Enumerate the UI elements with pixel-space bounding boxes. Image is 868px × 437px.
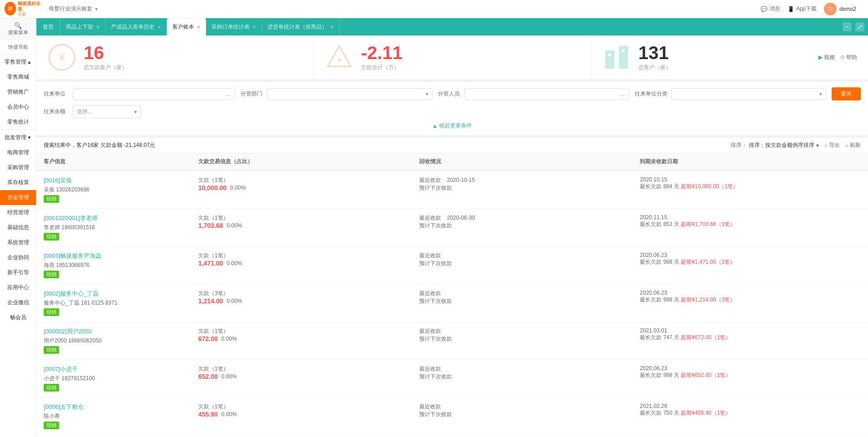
sidebar-item-system[interactable]: 系统管理 [0,235,36,250]
overdue-link[interactable]: 超期¥455.90（1笔） [681,410,731,416]
close-icon[interactable]: ✕ [252,25,256,30]
sidebar-item-enterprise[interactable]: 企业协同 [0,250,36,265]
app-download-btn[interactable]: 📱 App下载 [788,5,817,13]
customer-tag: 现销 [44,195,59,203]
results-summary: 搜索结果中，客户16家 欠款金额 -21,148.07元 [44,141,155,149]
sidebar-item-purchase[interactable]: 采购管理 [0,160,36,175]
tab-purchase-order[interactable]: 采购订单统计表 ✕ [206,18,262,35]
customer-name[interactable]: [0006]去下粮仓 [44,403,198,411]
sidebar-item-retail-shop[interactable]: 零售商城 [0,70,36,85]
sort-select[interactable]: 排序： 排序：按欠款金额倒序排序 ▾ [731,141,819,149]
sidebar-item-vip[interactable]: 畅会员 [0,310,36,325]
customer-name[interactable]: [000002]用户2050 [44,327,198,336]
balance-select[interactable]: 选择... ▾ [73,105,141,118]
collapse-btn[interactable]: ▲ 收起更多条件 [44,122,861,130]
overdue-link[interactable]: 超期¥672.00（1笔） [681,334,731,341]
industry-selector[interactable]: 母婴行业演示账套 ▾ [41,5,105,13]
debt-amount[interactable]: 652.00 [198,373,218,380]
overdue-link[interactable]: 超期¥1,703.68（1笔） [681,221,735,227]
debt-ratio: 0.00% [221,336,237,342]
overdue-link[interactable]: 超期¥1,214.00（3笔） [681,296,735,303]
chevron-down-icon: ▾ [95,6,98,12]
sidebar-item-marketing[interactable]: 营销推广 [0,85,36,100]
customer-tag: 现销 [44,346,59,354]
avatar[interactable]: D demo2 [824,3,856,15]
customer-name[interactable]: [0016]吴俊 [44,176,198,185]
table-header: 客户信息 欠款交易信息（占比） 回收情况 到期未收款日期 [36,153,868,171]
tab-home[interactable]: 首页 [36,18,60,35]
debt-amount-label: 欠款合计（万） [361,64,402,71]
overdue-link[interactable]: 超期¥652.00（1笔） [681,372,731,378]
sidebar-item-finance[interactable]: 资金管理 [0,190,36,205]
due-date: 2020.06.23 [640,290,861,296]
sidebar-item-basic-info[interactable]: 基础信息 [0,220,36,235]
tab-maximize-btn[interactable]: ⤢ [855,22,864,31]
dept-select[interactable]: ▾ [267,88,432,100]
person-input[interactable]: ... [464,88,629,100]
debt-customers-number: 16 [84,44,127,62]
debt-amount[interactable]: 455.90 [198,411,218,418]
tab-product-history[interactable]: 产成品入库单历史 ✕ [105,18,167,35]
latest-payment: 最近收款 [419,327,640,335]
search-menu[interactable]: 🔍 搜索菜单 [0,18,36,40]
overdue-link[interactable]: 超期¥10,000.00（1笔） [681,183,738,190]
debt-customers-label: 总欠款客户（家） [84,64,127,71]
customer-contact: 海燕 18513066976 [44,261,198,269]
tab-purchase-stats[interactable]: 进货单统计表（按商品） ✕ [262,18,340,35]
vendor-input[interactable]: ... [73,88,235,100]
quick-nav[interactable]: 快捷导航 [0,40,36,55]
debt-amount[interactable]: 1,471.00 [198,260,223,267]
sidebar-item-batch-mgmt[interactable]: 批发管理▼ [0,130,36,145]
view-btn[interactable]: ▶ 视频 [818,54,835,61]
debt-amount[interactable]: 1,703.68 [198,222,223,229]
help-btn[interactable]: ⊙ 帮助 [840,54,857,61]
customer-name[interactable]: [0001020001]李老师 [44,214,198,222]
due-date: 2020.06.23 [640,252,861,258]
customer-name[interactable]: [0007]小进干 [44,365,198,373]
svg-text:✦: ✦ [336,56,342,64]
tab-minimize-btn[interactable]: － [843,22,852,31]
close-icon[interactable]: ✕ [157,25,161,30]
customer-contact: 陈小希 [44,412,198,420]
tab-product-offline[interactable]: 商品上下架 ✕ [60,18,105,35]
sidebar-item-inventory[interactable]: 库存核算 [0,175,36,190]
refresh-btn[interactable]: ○ 刷新 [845,141,861,149]
table: 客户信息 欠款交易信息（占比） 回收情况 到期未收款日期 [0016]吴俊 吴俊… [36,153,868,437]
customer-tag: 现销 [44,384,59,392]
refresh-icon: ○ [845,142,848,149]
vendor-category-select[interactable]: ▾ [671,88,826,100]
chevron-up-icon: ▲ [432,123,438,129]
search-button[interactable]: 查询 [832,87,861,100]
sidebar-item-wechat[interactable]: 企业微信 [0,295,36,310]
sidebar: 🔍 搜索菜单 快捷导航 零售管理▲ 零售商城 营销推广 会员中心 零售统计 批发… [0,18,36,437]
close-icon[interactable]: ✕ [96,25,100,30]
export-btn[interactable]: ○ 导出 [824,141,840,149]
sidebar-item-retail-mgmt[interactable]: 零售管理▲ [0,55,36,70]
debt-amount-number: -2.11 [361,44,402,62]
sidebar-item-app-center[interactable]: 应用中心 [0,280,36,295]
customer-name[interactable]: [0002]服务中心_丁磊 [44,290,198,298]
page-content: ¥ 16 总欠款客户（家） ✦ -2.11 欠款合计（万） [36,35,868,437]
help-icon: ⊙ [840,54,845,60]
customer-name[interactable]: [0003]畅捷服务尹海蕊 [44,252,198,260]
debt-amount[interactable]: 1,214.00 [198,297,223,305]
sidebar-item-guide[interactable]: 新手引导 [0,265,36,280]
tab-customer-account[interactable]: 客户账本 ✕ [167,18,206,35]
total-customers-label: 总客户（家） [638,64,811,71]
overdue-link[interactable]: 超期¥1,471.00（1笔） [681,259,735,265]
table-row: [0003]畅捷服务尹海蕊 海燕 18513066976 现销 欠款（1笔） 1… [36,246,868,284]
customer-contact: 服务中心_丁磊 181 0125 8371 [44,299,198,307]
sidebar-item-member[interactable]: 会员中心 [0,100,36,115]
customer-tag: 现销 [44,308,59,316]
sidebar-item-operations[interactable]: 经营管理 [0,205,36,220]
sidebar-item-ecommerce[interactable]: 电商管理 [0,145,36,160]
debt-amount[interactable]: 10,000.00 [198,184,226,191]
debt-amount[interactable]: 672.00 [198,335,218,342]
close-icon[interactable]: ✕ [197,25,201,30]
customer-contact: 用户2050 18665062050 [44,337,198,345]
message-btn[interactable]: 💬 消息 [761,5,780,13]
latest-payment: 最近收款 2020-10-15 [419,176,640,184]
sidebar-item-retail-stats[interactable]: 零售统计 [0,115,36,130]
debt-ratio: 0.00% [227,260,242,266]
close-icon[interactable]: ✕ [330,25,334,30]
